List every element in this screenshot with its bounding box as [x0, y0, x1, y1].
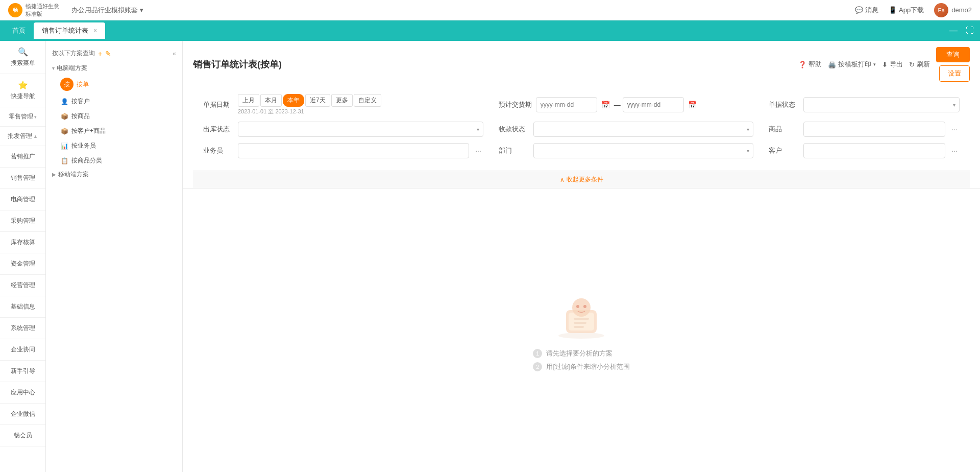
expected-date-start[interactable]: [536, 97, 597, 112]
mobile-icon: 📱: [889, 6, 897, 14]
svg-point-5: [583, 305, 586, 308]
goods-field: 商品 ···: [769, 122, 960, 137]
print-btn[interactable]: 🖨️ 按模板打印 ▾: [828, 60, 876, 69]
sidebar-item-apps[interactable]: 应用中心: [0, 382, 45, 404]
goods-input[interactable]: [803, 122, 946, 137]
settings-button[interactable]: 设置: [939, 65, 970, 82]
filter-left-panel: 按以下方案查询 + ✎ « ▾ 电脑端方案 按 按单 👤 按客户 📦 按商品: [46, 41, 183, 472]
sidebar-item-search[interactable]: 🔍 搜索菜单: [0, 41, 45, 74]
breadcrumb[interactable]: 办公用品行业模拟账套 ▾: [71, 6, 143, 15]
export-btn[interactable]: ⬇ 导出: [882, 60, 903, 69]
salesperson-input[interactable]: [238, 143, 469, 158]
sidebar-item-sales[interactable]: 销售管理: [0, 168, 45, 189]
department-select[interactable]: [533, 143, 753, 158]
breadcrumb-arrow: ▾: [140, 6, 143, 14]
salesperson-more-btn[interactable]: ···: [473, 147, 483, 155]
last7-btn[interactable]: 近7天: [305, 94, 330, 107]
custom-btn[interactable]: 自定义: [354, 94, 381, 107]
svg-rect-8: [574, 326, 584, 328]
pc-section[interactable]: ▾ 电脑端方案: [46, 62, 182, 75]
page-actions: ❓ 帮助 🖨️ 按模板打印 ▾ ⬇ 导出 ↻: [798, 47, 970, 82]
sidebar-item-ecommerce[interactable]: 电商管理: [0, 189, 45, 210]
refresh-btn[interactable]: ↻ 刷新: [909, 60, 930, 69]
tab-sales-order[interactable]: 销售订单统计表 ×: [34, 22, 105, 39]
goods-more-btn[interactable]: ···: [949, 125, 960, 133]
filter-item-by-order[interactable]: 按 按单: [46, 75, 182, 94]
empty-hints: 1 请先选择要分析的方案 2 用[过滤]条件来缩小分析范围: [533, 349, 629, 371]
date-range-wrapper: 上月 本月 本年 近7天 更多 自定义 2023-01-01 至 2023-12…: [238, 94, 381, 115]
sidebar-item-purchase[interactable]: 采购管理: [0, 210, 45, 232]
user-area[interactable]: Ea demo2: [934, 3, 972, 17]
help-icon: ❓: [798, 61, 806, 68]
mobile-section-arrow: ▶: [52, 172, 56, 177]
collapse-panel-btn[interactable]: «: [173, 50, 176, 57]
message-btn[interactable]: 💬 消息: [855, 6, 878, 15]
salesperson-icon: 📊: [60, 143, 68, 150]
sidebar-item-retail[interactable]: 零售管理 ▾: [0, 107, 45, 127]
message-icon: 💬: [855, 6, 863, 14]
sidebar-item-finance[interactable]: 资金管理: [0, 253, 45, 275]
salesperson-label: 业务员: [203, 146, 234, 155]
username-label: demo2: [951, 6, 972, 14]
sidebar-item-nav[interactable]: ⭐ 快捷导航: [0, 74, 45, 107]
cal-icon-end: 📅: [686, 101, 699, 109]
collapse-bar[interactable]: ∧ 收起更多条件: [193, 171, 970, 188]
sidebar-item-member[interactable]: 畅会员: [0, 425, 45, 446]
expected-date-label: 预计交货期: [499, 100, 532, 109]
category-icon: 📋: [60, 157, 68, 164]
search-button[interactable]: 查询: [936, 47, 970, 62]
last-month-btn[interactable]: 上月: [238, 94, 259, 107]
sidebar-item-basics[interactable]: 基础信息: [0, 296, 45, 318]
sidebar-item-newbie[interactable]: 新手引导: [0, 361, 45, 382]
filter-item-by-customer[interactable]: 👤 按客户: [46, 94, 182, 109]
help-btn[interactable]: ❓ 帮助: [798, 60, 822, 69]
collect-status-label: 收款状态: [499, 125, 529, 134]
empty-illustration: [551, 290, 612, 341]
date-range-text: 2023-01-01 至 2023-12-31: [238, 108, 381, 115]
hint-1: 1 请先选择要分析的方案: [533, 349, 629, 358]
edit-scheme-btn[interactable]: ✎: [105, 50, 111, 58]
logo-text: 畅捷通好生意 标准版: [26, 3, 59, 17]
avatar: Ea: [934, 3, 948, 17]
maximize-icon[interactable]: ⛶: [964, 24, 976, 37]
more-btn[interactable]: 更多: [331, 94, 353, 107]
salesperson-field: 业务员 ···: [203, 143, 483, 158]
doc-status-label: 单据状态: [769, 100, 799, 109]
filter-item-by-customer-goods[interactable]: 📦 按客户+商品: [46, 124, 182, 138]
svg-point-4: [576, 305, 579, 308]
customer-more-btn[interactable]: ···: [949, 147, 960, 155]
page-title-row: 销售订单统计表(按单) ❓ 帮助 🖨️ 按模板打印 ▾ ⬇: [193, 47, 970, 82]
mobile-section[interactable]: ▶ 移动端方案: [46, 168, 182, 181]
search-icon: 🔍: [18, 47, 28, 57]
sidebar-item-inventory[interactable]: 库存核算: [0, 232, 45, 253]
date-buttons: 上月 本月 本年 近7天 更多 自定义: [238, 94, 381, 107]
app-download-btn[interactable]: 📱 App下载: [889, 6, 924, 15]
sidebar-item-wholesale[interactable]: 批发管理 ▲: [0, 127, 45, 146]
expected-date-field: 预计交货期 📅 — 📅: [499, 97, 753, 112]
filter-item-by-goods[interactable]: 📦 按商品: [46, 109, 182, 124]
tab-close-btn[interactable]: ×: [93, 27, 97, 34]
filter-item-by-salesperson[interactable]: 📊 按业务员: [46, 138, 182, 153]
ship-status-select[interactable]: [238, 122, 483, 137]
department-select-wrapper: ▾: [533, 143, 753, 158]
sidebar-item-collab[interactable]: 企业协同: [0, 339, 45, 361]
this-year-btn[interactable]: 本年: [283, 94, 304, 107]
expected-date-end[interactable]: [623, 97, 684, 112]
sidebar-item-wechat[interactable]: 企业微信: [0, 404, 45, 425]
customer-input[interactable]: [803, 143, 946, 158]
date-label: 单据日期: [203, 100, 234, 109]
this-month-btn[interactable]: 本月: [260, 94, 282, 107]
doc-status-select[interactable]: [803, 97, 960, 112]
sidebar-item-operations[interactable]: 经营管理: [0, 275, 45, 296]
tab-home[interactable]: 首页: [4, 22, 34, 39]
add-scheme-btn[interactable]: +: [98, 50, 102, 58]
sidebar-item-marketing[interactable]: 营销推广: [0, 146, 45, 168]
collect-status-select[interactable]: [533, 122, 753, 137]
sidebar-item-system[interactable]: 系统管理: [0, 318, 45, 339]
minimize-icon[interactable]: —: [947, 24, 960, 37]
hint-num-1: 1: [533, 349, 542, 358]
sidebar: 🔍 搜索菜单 ⭐ 快捷导航 零售管理 ▾ 批发管理 ▲ 营销推广 销售管理 电商…: [0, 41, 46, 472]
filter-item-by-category[interactable]: 📋 按商品分类: [46, 153, 182, 168]
department-label: 部门: [499, 146, 529, 155]
chevron-down-icon: ▾: [34, 114, 37, 120]
